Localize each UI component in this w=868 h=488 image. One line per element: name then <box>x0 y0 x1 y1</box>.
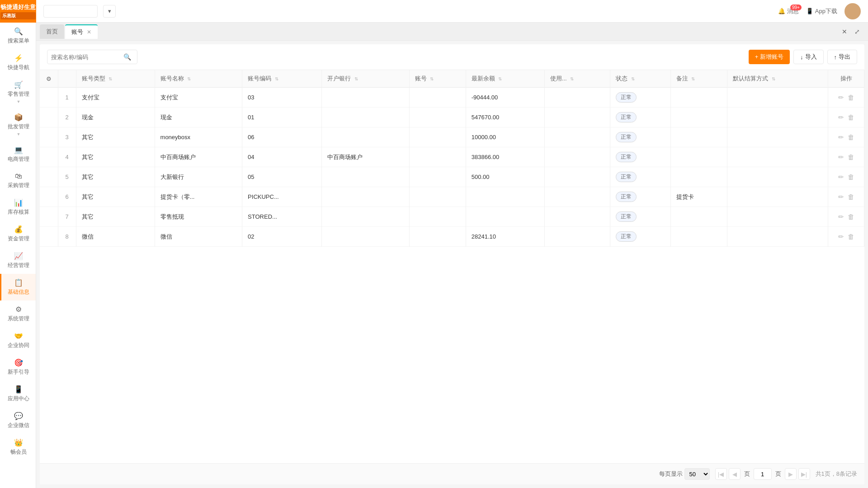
usage-column-header[interactable]: 使用... ⇅ <box>544 70 610 88</box>
row-actions: ✏ 🗑 <box>828 227 864 247</box>
edit-icon[interactable]: ✏ <box>838 213 844 221</box>
row-bank <box>322 108 410 127</box>
delete-icon[interactable]: 🗑 <box>848 113 854 121</box>
page-size-select[interactable]: 50 20 100 <box>684 468 710 480</box>
account-no-column-header[interactable]: 账号 ⇅ <box>409 70 466 88</box>
delete-icon[interactable]: 🗑 <box>848 173 854 181</box>
table-body: 1 支付宝 支付宝 03 -90444.00 正常 ✏ 🗑 2 现金 现金 01 <box>40 88 864 247</box>
sidebar-item-basics[interactable]: 📋 基础信息 <box>0 274 36 300</box>
chevron-down-icon: ▾ <box>108 8 111 14</box>
row-default-settlement <box>727 108 828 127</box>
sidebar-item-retail[interactable]: 🛒 零售管理 ▼ <box>0 76 36 108</box>
sidebar-item-operations[interactable]: 📈 经营管理 <box>0 247 36 274</box>
tab-home[interactable]: 首页 <box>40 24 64 39</box>
row-status: 正常 <box>610 127 670 147</box>
row-usage <box>544 207 610 227</box>
row-bank <box>322 207 410 227</box>
sidebar-item-purchase[interactable]: 🛍 采购管理 <box>0 168 36 194</box>
add-account-button[interactable]: + 新增账号 <box>749 50 790 64</box>
edit-icon[interactable]: ✏ <box>838 193 844 201</box>
table-row: 5 其它 大新银行 05 500.00 正常 ✏ 🗑 <box>40 167 864 187</box>
sort-icon-5: ⇅ <box>430 76 434 81</box>
row-remark <box>670 147 727 167</box>
tab-account[interactable]: 账号 ✕ <box>65 24 98 39</box>
tab-expand-btn[interactable]: ⤢ <box>852 26 863 37</box>
next-page-btn[interactable]: ▶ <box>785 468 797 480</box>
sidebar-item-app-center[interactable]: 📱 应用中心 <box>0 380 36 407</box>
first-page-btn[interactable]: |◀ <box>715 468 727 480</box>
row-balance: 500.00 <box>466 167 544 187</box>
delete-icon[interactable]: 🗑 <box>848 133 854 141</box>
row-usage <box>544 167 610 187</box>
edit-icon[interactable]: ✏ <box>838 113 844 122</box>
wechat-icon: 💬 <box>14 412 23 420</box>
bank-column-header[interactable]: 开户银行 ⇅ <box>322 70 410 88</box>
balance-column-header[interactable]: 最新余额 ⇅ <box>466 70 544 88</box>
header-dropdown-btn[interactable]: ▾ <box>103 5 116 18</box>
edit-icon[interactable]: ✏ <box>838 233 844 241</box>
import-button[interactable]: ↓ 导入 <box>793 50 824 64</box>
notification-button[interactable]: 🔔 消息 99+ <box>778 7 799 15</box>
header-search-input[interactable] <box>43 5 98 18</box>
sidebar-item-vip[interactable]: 👑 畅会员 <box>0 434 36 460</box>
row-account-no <box>409 88 466 108</box>
delete-icon[interactable]: 🗑 <box>848 233 854 240</box>
status-column-header[interactable]: 状态 ⇅ <box>610 70 670 88</box>
sort-icon-8: ⇅ <box>631 76 635 81</box>
app-download-button[interactable]: 📱 App下载 <box>806 7 837 15</box>
sidebar-item-guide[interactable]: 🎯 新手引导 <box>0 354 36 380</box>
sort-icon-9: ⇅ <box>691 76 695 81</box>
row-account-code: 01 <box>242 108 322 127</box>
edit-icon[interactable]: ✏ <box>838 133 844 141</box>
tab-close-all-btn[interactable]: ✕ <box>839 26 850 37</box>
purchase-icon: 🛍 <box>15 172 22 180</box>
delete-icon[interactable]: 🗑 <box>848 193 854 201</box>
export-button[interactable]: ↑ 导出 <box>827 50 858 64</box>
row-bank <box>322 167 410 187</box>
table-wrap: ⚙ 账号类型 ⇅ 账号名称 ⇅ 账号编码 ⇅ <box>40 70 864 463</box>
sidebar-item-system[interactable]: ⚙ 系统管理 <box>0 300 36 327</box>
account-name-column-header[interactable]: 账号名称 ⇅ <box>155 70 242 88</box>
search-input[interactable] <box>51 54 123 61</box>
gear-column-header[interactable]: ⚙ <box>40 70 58 88</box>
row-status: 正常 <box>610 88 670 108</box>
sidebar-item-wholesale[interactable]: 📦 批发管理 ▼ <box>0 108 36 141</box>
edit-icon[interactable]: ✏ <box>838 94 844 102</box>
sidebar-item-inventory[interactable]: 📊 库存核算 <box>0 194 36 221</box>
sidebar-item-shortcuts[interactable]: ⚡ 快捷导航 <box>0 49 36 76</box>
default-settlement-column-header[interactable]: 默认结算方式 ⇅ <box>727 70 828 88</box>
page-number-input[interactable] <box>754 468 772 480</box>
sort-icon-6: ⇅ <box>498 76 502 81</box>
delete-icon[interactable]: 🗑 <box>848 213 854 221</box>
row-account-name: moneybosx <box>155 127 242 147</box>
account-type-column-header[interactable]: 账号类型 ⇅ <box>76 70 155 88</box>
edit-icon[interactable]: ✏ <box>838 173 844 181</box>
row-remark <box>670 167 727 187</box>
row-remark: 提货卡 <box>670 187 727 207</box>
sidebar-item-finance[interactable]: 💰 资金管理 <box>0 221 36 247</box>
delete-icon[interactable]: 🗑 <box>848 94 854 101</box>
row-account-no <box>409 147 466 167</box>
row-account-name: 支付宝 <box>155 88 242 108</box>
sidebar-item-wechat[interactable]: 💬 企业微信 <box>0 407 36 434</box>
row-status: 正常 <box>610 227 670 247</box>
table-row: 7 其它 零售抵现 STORED... 正常 ✏ 🗑 <box>40 207 864 227</box>
row-index: 4 <box>58 147 76 167</box>
tab-close-icon[interactable]: ✕ <box>87 29 91 35</box>
row-gear <box>40 127 58 147</box>
remark-column-header[interactable]: 备注 ⇅ <box>670 70 727 88</box>
sidebar-item-search[interactable]: 🔍 搜索菜单 <box>0 23 36 49</box>
row-gear <box>40 88 58 108</box>
sidebar-item-ecommerce[interactable]: 💻 电商管理 <box>0 141 36 168</box>
account-code-column-header[interactable]: 账号编码 ⇅ <box>242 70 322 88</box>
delete-icon[interactable]: 🗑 <box>848 153 854 161</box>
avatar[interactable] <box>844 3 861 19</box>
sidebar-item-agreement[interactable]: 🤝 企业协同 <box>0 327 36 354</box>
edit-icon[interactable]: ✏ <box>838 153 844 161</box>
last-page-btn[interactable]: ▶| <box>798 468 810 480</box>
row-default-settlement <box>727 147 828 167</box>
actions-column-header: 操作 <box>828 70 864 88</box>
prev-page-btn[interactable]: ◀ <box>729 468 741 480</box>
search-icon[interactable]: 🔍 <box>123 53 131 61</box>
row-balance: -90444.00 <box>466 88 544 108</box>
